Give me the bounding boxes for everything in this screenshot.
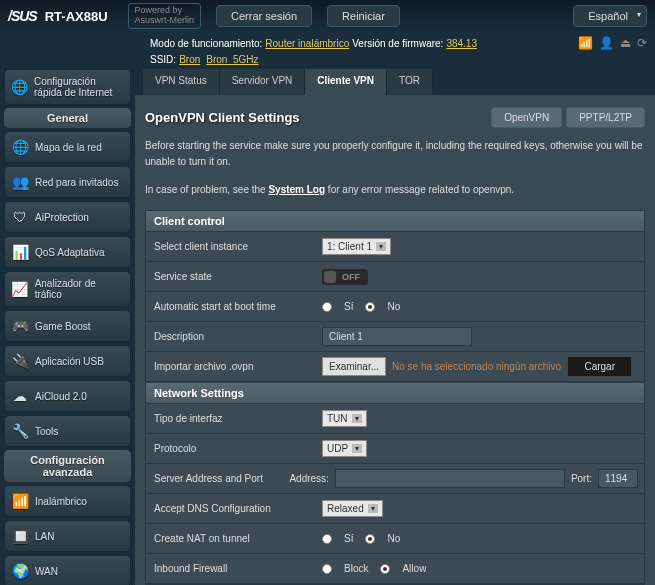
qos-icon: 📊 — [11, 243, 29, 261]
sidebar-item-usb[interactable]: 🔌Aplicación USB — [4, 345, 131, 377]
sidebar-item-aicloud[interactable]: ☁AiCloud 2.0 — [4, 380, 131, 412]
tab-vpn-client[interactable]: Cliente VPN — [305, 69, 387, 95]
mode-label: Modo de funcionamiento: — [150, 38, 262, 49]
select-instance[interactable]: 1: Client 1▾ — [322, 238, 391, 255]
cloud-icon: ☁ — [11, 387, 29, 405]
label-port: Port: — [571, 473, 592, 484]
wireless-icon: 📶 — [11, 492, 29, 510]
sidebar-item-aiprotection[interactable]: 🛡AiProtection — [4, 201, 131, 233]
sidebar-item-lan[interactable]: 🔲LAN — [4, 520, 131, 552]
powered-by: Powered byAsuswrt-Merlin — [128, 3, 202, 29]
browse-button[interactable]: Examinar... — [322, 357, 386, 376]
sidebar: 🌐 Configuración rápida de Internet Gener… — [0, 69, 135, 585]
usb-app-icon: 🔌 — [11, 352, 29, 370]
sidebar-item-qos[interactable]: 📊QoS Adaptativa — [4, 236, 131, 268]
shield-icon: 🛡 — [11, 208, 29, 226]
map-icon: 🌐 — [11, 138, 29, 156]
ssid2[interactable]: Bron_5GHz — [206, 54, 258, 65]
section-client-control: Client control — [145, 210, 645, 232]
radio-autostart-no[interactable] — [365, 302, 375, 312]
file-status: No se ha seleccionado ningún archivo — [392, 361, 561, 372]
logout-button[interactable]: Cerrar sesión — [216, 5, 312, 27]
page-title: OpenVPN Client Settings — [145, 110, 300, 125]
radio-fw-allow[interactable] — [380, 564, 390, 574]
ssid-label: SSID: — [150, 54, 176, 65]
lan-icon: 🔲 — [11, 527, 29, 545]
tab-vpn-server[interactable]: Servidor VPN — [220, 69, 306, 95]
sidebar-item-wan[interactable]: 🌍WAN — [4, 555, 131, 585]
sidebar-item-game[interactable]: 🎮Game Boost — [4, 310, 131, 342]
mode-openvpn[interactable]: OpenVPN — [491, 107, 562, 128]
select-proto[interactable]: UDP▾ — [322, 440, 367, 457]
radio-nat-yes[interactable] — [322, 534, 332, 544]
input-address[interactable] — [335, 469, 565, 488]
radio-fw-block[interactable] — [322, 564, 332, 574]
input-description[interactable] — [322, 327, 472, 346]
usb-icon[interactable]: ⏏ — [620, 36, 631, 50]
label-firewall: Inbound Firewall — [146, 557, 316, 580]
fw-link[interactable]: 384.13 — [446, 38, 477, 49]
model-label: RT-AX88U — [45, 9, 108, 24]
ssid1[interactable]: Bron — [179, 54, 200, 65]
label-import: Importar archivo .ovpn — [146, 355, 316, 378]
guest-icon: 👥 — [11, 173, 29, 191]
fw-label: Versión de firmware: — [352, 38, 443, 49]
sidebar-item-network-map[interactable]: 🌐Mapa de la red — [4, 131, 131, 163]
sidebar-item-guest[interactable]: 👥Red para invitados — [4, 166, 131, 198]
toggle-service-state[interactable]: OFF — [322, 269, 368, 285]
select-iface[interactable]: TUN▾ — [322, 410, 367, 427]
select-dns[interactable]: Relaxed▾ — [322, 500, 383, 517]
label-description: Description — [146, 325, 316, 348]
language-select[interactable]: Español — [573, 5, 647, 27]
label-instance: Select client instance — [146, 235, 316, 258]
wifi-icon[interactable]: 📶 — [578, 36, 593, 50]
reboot-icon[interactable]: ⟳ — [637, 36, 647, 50]
sidebar-quick-setup[interactable]: 🌐 Configuración rápida de Internet — [4, 69, 131, 105]
description-1: Before starting the service make sure yo… — [145, 138, 645, 170]
traffic-icon: 📈 — [11, 280, 29, 298]
system-log-link[interactable]: System Log — [268, 184, 325, 195]
tab-vpn-status[interactable]: VPN Status — [143, 69, 220, 95]
label-address: Address: — [289, 473, 328, 484]
sidebar-header-general: General — [4, 108, 131, 128]
section-network: Network Settings — [145, 382, 645, 404]
label-nat: Create NAT on tunnel — [146, 527, 316, 550]
wan-icon: 🌍 — [11, 562, 29, 580]
brand-logo: /SUS — [8, 8, 37, 24]
description-2: In case of problem, see the System Log f… — [145, 182, 645, 198]
load-button[interactable]: Cargar — [567, 356, 632, 377]
radio-autostart-yes[interactable] — [322, 302, 332, 312]
sidebar-item-wireless[interactable]: 📶Inalámbrico — [4, 485, 131, 517]
sidebar-item-tools[interactable]: 🔧Tools — [4, 415, 131, 447]
tabs: VPN Status Servidor VPN Cliente VPN TOR — [135, 69, 655, 95]
sidebar-header-advanced: Configuración avanzada — [4, 450, 131, 482]
label-dns: Accept DNS Configuration — [146, 497, 316, 520]
label-autostart: Automatic start at boot time — [146, 295, 316, 318]
tab-tor[interactable]: TOR — [387, 69, 433, 95]
globe-icon: 🌐 — [11, 78, 28, 96]
label-iface: Tipo de interfaz — [146, 407, 316, 430]
reboot-button[interactable]: Reiniciar — [327, 5, 400, 27]
tools-icon: 🔧 — [11, 422, 29, 440]
radio-nat-no[interactable] — [365, 534, 375, 544]
game-icon: 🎮 — [11, 317, 29, 335]
label-server: Server Address and Port — [146, 467, 283, 490]
input-port[interactable] — [598, 469, 638, 488]
label-proto: Protocolo — [146, 437, 316, 460]
user-icon[interactable]: 👤 — [599, 36, 614, 50]
label-state: Service state — [146, 265, 316, 288]
mode-link[interactable]: Router inalámbrico — [265, 38, 349, 49]
sidebar-item-traffic[interactable]: 📈Analizador de tráfico — [4, 271, 131, 307]
mode-pptp[interactable]: PPTP/L2TP — [566, 107, 645, 128]
